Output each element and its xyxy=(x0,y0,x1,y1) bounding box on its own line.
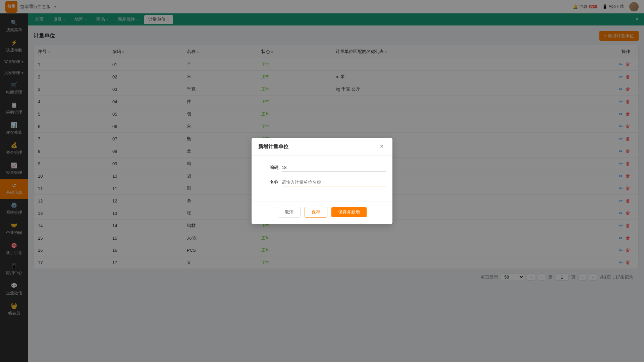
form-row-code: 编码 xyxy=(258,164,386,172)
name-label: 名称 xyxy=(258,179,278,185)
name-input[interactable] xyxy=(282,178,386,186)
modal-close-button[interactable]: × xyxy=(378,142,386,150)
modal-header: 新增计量单位 × xyxy=(252,138,392,156)
modal-footer: 取消 保存 保存并新增 xyxy=(252,201,392,224)
modal-overlay: 新增计量单位 × 编码 名称 取消 保存 保存并新增 xyxy=(0,0,644,362)
add-unit-modal: 新增计量单位 × 编码 名称 取消 保存 保存并新增 xyxy=(252,138,392,224)
save-button[interactable]: 保存 xyxy=(305,207,327,218)
cancel-button[interactable]: 取消 xyxy=(278,207,301,218)
save-and-add-button[interactable]: 保存并新增 xyxy=(331,207,367,217)
code-label: 编码 xyxy=(258,165,278,171)
form-row-name: 名称 xyxy=(258,178,386,186)
modal-body: 编码 名称 xyxy=(252,156,392,201)
modal-title: 新增计量单位 xyxy=(258,143,288,150)
code-input[interactable] xyxy=(282,164,386,172)
